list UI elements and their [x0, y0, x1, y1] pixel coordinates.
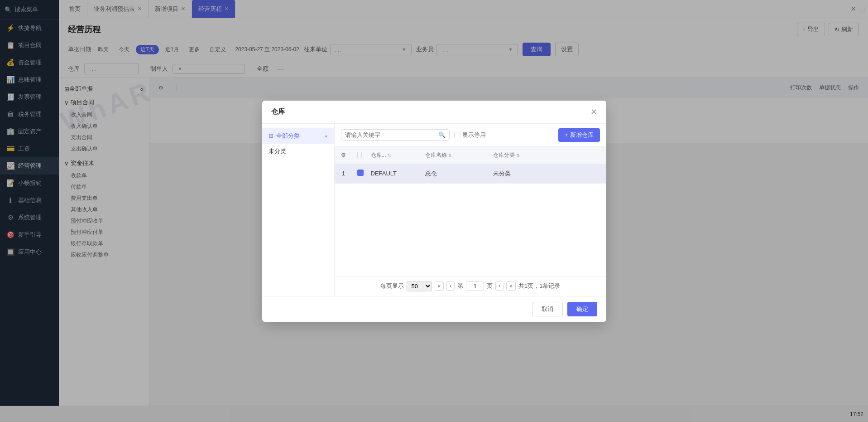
category-all[interactable]: ⊞ 全部分类 «	[262, 128, 334, 144]
td-category: 未分类	[489, 168, 556, 179]
th-settings: ⚙	[335, 150, 353, 160]
confirm-button[interactable]: 确定	[567, 302, 597, 316]
warehouse-search-input[interactable]	[345, 131, 436, 138]
th-checkbox[interactable]	[353, 150, 366, 160]
collapse-icon: «	[325, 133, 327, 139]
show-disabled-text: 显示停用	[462, 131, 486, 139]
dialog-body: ⊞ 全部分类 « 未分类 🔍	[262, 124, 606, 296]
td-name: 总仓	[421, 168, 489, 179]
th-name-label: 仓库名称	[425, 151, 447, 159]
category-all-icon: ⊞	[269, 132, 273, 139]
add-warehouse-label: 新增仓库	[570, 131, 594, 139]
next-page-btn[interactable]: ›	[495, 281, 504, 291]
category-uncategorized[interactable]: 未分类	[262, 144, 334, 159]
jump-label: 第	[457, 282, 463, 290]
prev-page-btn[interactable]: ‹	[446, 281, 455, 291]
settings-icon: ⚙	[341, 152, 346, 158]
dialog-footer: 取消 确定	[262, 296, 606, 322]
warehouse-table-row[interactable]: 1 DEFAULT 总仓 未分类	[335, 164, 606, 184]
dialog-category-panel: ⊞ 全部分类 « 未分类	[262, 124, 335, 296]
warehouse-table: ⚙ 仓库... ⇅ 仓库名称 ⇅	[335, 147, 606, 276]
warehouse-dialog: 仓库 ✕ ⊞ 全部分类 « 未分类	[262, 101, 606, 322]
th-warehouse-code[interactable]: 仓库... ⇅	[366, 150, 421, 161]
modal-overlay: 仓库 ✕ ⊞ 全部分类 « 未分类	[0, 0, 868, 422]
add-warehouse-button[interactable]: + 新增仓库	[558, 128, 600, 142]
td-index: 1	[335, 168, 353, 179]
dialog-right-panel: 🔍 显示停用 + 新增仓库	[335, 124, 606, 296]
code-sort-icon: ⇅	[388, 153, 391, 158]
show-disabled-checkbox[interactable]	[454, 132, 460, 138]
th-code-label: 仓库...	[371, 151, 386, 159]
add-icon: +	[565, 131, 568, 138]
category-sort-icon: ⇅	[516, 153, 520, 158]
cancel-button[interactable]: 取消	[532, 302, 563, 316]
row-checkbox[interactable]	[357, 170, 364, 176]
page-number-input[interactable]	[466, 281, 484, 291]
total-label: 共1页，1条记录	[518, 282, 560, 290]
select-all-checkbox[interactable]	[357, 152, 362, 158]
dialog-close-button[interactable]: ✕	[590, 107, 597, 117]
category-uncategorized-label: 未分类	[269, 147, 286, 155]
name-sort-icon: ⇅	[448, 153, 452, 158]
th-category-label: 仓库分类	[493, 151, 515, 159]
th-warehouse-name[interactable]: 仓库名称 ⇅	[421, 150, 489, 161]
warehouse-search-wrap[interactable]: 🔍	[341, 129, 450, 141]
show-disabled-label[interactable]: 显示停用	[454, 131, 486, 139]
warehouse-table-header: ⚙ 仓库... ⇅ 仓库名称 ⇅	[335, 147, 606, 164]
first-page-btn[interactable]: «	[435, 281, 444, 291]
dialog-inner: ⊞ 全部分类 « 未分类 🔍	[262, 124, 606, 296]
search-icon: 🔍	[438, 131, 446, 138]
per-page-select[interactable]: 50 100	[407, 281, 432, 291]
page-unit-label: 页	[487, 282, 493, 290]
dialog-pagination: 每页显示 50 100 « ‹ 第 页 › » 共1页，1条记录	[335, 276, 606, 296]
category-all-label: 全部分类	[276, 132, 300, 140]
td-checkbox[interactable]	[353, 168, 366, 179]
dialog-header: 仓库 ✕	[262, 101, 606, 124]
td-code: DEFAULT	[366, 168, 421, 179]
per-page-label: 每页显示	[380, 282, 404, 290]
dialog-toolbar: 🔍 显示停用 + 新增仓库	[335, 124, 606, 147]
th-warehouse-category[interactable]: 仓库分类 ⇅	[489, 150, 556, 161]
last-page-btn[interactable]: »	[506, 281, 516, 291]
dialog-title: 仓库	[271, 107, 285, 116]
